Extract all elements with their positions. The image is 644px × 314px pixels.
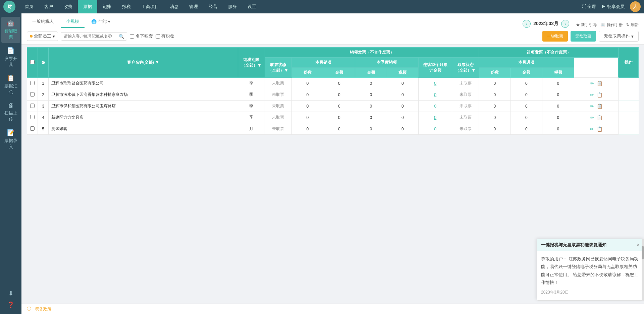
- diskless-invoice-button[interactable]: 无盘取票: [571, 31, 596, 42]
- tab-all[interactable]: 🌐 全能 ▾: [86, 16, 116, 28]
- sidebar-item-issue-invoice[interactable]: 📄 发票开具: [1, 44, 20, 70]
- nav-message[interactable]: 消息: [164, 0, 184, 13]
- row-checkbox[interactable]: [30, 104, 35, 108]
- filter-icon[interactable]: ▼: [284, 68, 288, 73]
- download-icon[interactable]: ⬇: [8, 290, 13, 297]
- detail-icon[interactable]: 📋: [597, 92, 602, 98]
- detail-icon[interactable]: 📋: [597, 115, 602, 120]
- vip-button[interactable]: ▶ 畅享会员: [601, 4, 625, 10]
- nav-bookkeeping[interactable]: 记账: [97, 0, 117, 13]
- nav-settings[interactable]: 设置: [242, 0, 262, 13]
- sales-month-shares-cell: 0: [291, 101, 323, 112]
- nav-home[interactable]: 首页: [19, 0, 39, 13]
- sub-tabs-bar: 一般纳税人 小规模 🌐 全能 ▾ ‹ 2023年02月 › ★ 新手引导: [21, 13, 644, 28]
- search-icon[interactable]: 🔍: [119, 34, 124, 39]
- tax-period-cell: 季: [238, 112, 265, 123]
- sales-status-cell: 未取票: [265, 78, 291, 89]
- new-user-guide-link[interactable]: ★ 新手引导: [576, 22, 597, 28]
- row-checkbox[interactable]: [30, 92, 35, 97]
- help-icon[interactable]: ❓: [7, 301, 14, 309]
- sales-quarter-amount-cell: 0: [355, 89, 387, 101]
- row-checkbox-cell[interactable]: [27, 112, 38, 123]
- nav-service[interactable]: 服务: [223, 0, 242, 13]
- chevron-down-icon: ▾: [108, 19, 110, 24]
- detail-icon[interactable]: 📋: [597, 126, 602, 132]
- search-box: 🔍: [61, 32, 127, 41]
- filter-dot: [30, 35, 33, 38]
- select-all-checkbox[interactable]: [30, 60, 35, 64]
- operation-manual-link[interactable]: 📖 操作手册: [600, 22, 623, 28]
- purchase-month-shares-cell: 0: [479, 78, 511, 89]
- edit-icon[interactable]: ✏: [590, 92, 594, 98]
- next-month-button[interactable]: ›: [561, 20, 569, 28]
- nav-invoice[interactable]: 票据: [78, 0, 97, 13]
- cumulative-12-cell[interactable]: 0: [419, 101, 452, 112]
- row-checkbox[interactable]: [30, 126, 35, 131]
- notification-scrollbar[interactable]: [642, 239, 644, 300]
- filter-icon[interactable]: ▼: [155, 60, 159, 65]
- row-index-cell: 5: [38, 123, 49, 135]
- checkbox-has-tax-disk-input[interactable]: [156, 34, 160, 39]
- row-checkbox-cell[interactable]: [27, 89, 38, 101]
- table-row: 5 测试账套 月 未取票 0 0 0 0 0 未取票 0 0 0 ✏ 📋: [27, 123, 639, 135]
- nav-client[interactable]: 客户: [39, 0, 58, 13]
- purchase-month-amount-cell: 0: [511, 78, 542, 89]
- sidebar-item-invoice-summary[interactable]: 📋 票据汇总: [1, 72, 20, 98]
- checkbox-under-account[interactable]: 名下账套: [130, 33, 153, 39]
- nav-fee[interactable]: 收费: [58, 0, 78, 13]
- sidebar-item-smart-invoice[interactable]: 🤖 智能取票: [1, 17, 20, 43]
- checkbox-under-account-input[interactable]: [130, 34, 134, 39]
- purchase-status-cell: 未取票: [452, 78, 479, 89]
- one-key-invoice-button[interactable]: 一键取票: [542, 31, 568, 42]
- edit-icon[interactable]: ✏: [590, 104, 594, 109]
- row-index-cell: 1: [38, 78, 49, 89]
- sales-quarter-amount-header: 金额: [355, 68, 387, 78]
- nav-manage[interactable]: 管理: [184, 0, 203, 13]
- sub-tabs-right-actions: ★ 新手引导 📖 操作手册 ↻ 刷新: [576, 22, 639, 28]
- purchase-month-shares-cell: 0: [479, 89, 511, 101]
- refresh-link[interactable]: ↻ 刷新: [626, 22, 639, 28]
- notification-close-button[interactable]: ×: [637, 242, 640, 248]
- detail-icon[interactable]: 📋: [597, 81, 602, 86]
- search-input[interactable]: [64, 34, 117, 39]
- sales-month-amount-cell: 0: [323, 101, 355, 112]
- cumulative-12-cell[interactable]: 0: [419, 89, 452, 101]
- table-row: 1 卫辉市玖玖健合医药有限公司 季 未取票 0 0 0 0 0 未取票 0 0 …: [27, 78, 639, 89]
- filter-icon[interactable]: ▼: [257, 63, 262, 68]
- purchase-status-header: 取票状态（全部）▼: [452, 58, 479, 78]
- edit-icon[interactable]: ✏: [590, 126, 594, 132]
- nav-tax[interactable]: 报税: [117, 0, 136, 13]
- settings-gear-icon[interactable]: ⚙: [41, 60, 45, 65]
- refresh-icon: ↻: [626, 22, 630, 27]
- tax-policy-link[interactable]: 税务政策: [35, 306, 51, 312]
- fullscreen-button[interactable]: ⛶ 全屏: [582, 4, 596, 10]
- client-name-cell: 卫辉市玖玖健合医药有限公司: [49, 78, 238, 89]
- prev-month-button[interactable]: ‹: [523, 20, 531, 28]
- detail-icon[interactable]: 📋: [597, 104, 602, 109]
- edit-icon[interactable]: ✏: [590, 115, 594, 120]
- employee-filter[interactable]: 全部员工 ▾: [27, 32, 58, 41]
- cumulative-12-cell[interactable]: 0: [419, 78, 452, 89]
- cumulative-12-cell[interactable]: 0: [419, 112, 452, 123]
- row-checkbox-cell[interactable]: [27, 78, 38, 89]
- filter-icon[interactable]: ▼: [471, 68, 476, 73]
- invoice-entry-icon: 📝: [7, 129, 14, 136]
- edit-icon[interactable]: ✏: [590, 81, 594, 86]
- row-checkbox[interactable]: [30, 115, 35, 119]
- diskless-invoice-operation-button[interactable]: 无盘取票操作 ▾: [599, 31, 639, 42]
- tab-general-taxpayer[interactable]: 一般纳税人: [27, 16, 59, 28]
- checkbox-has-tax-disk[interactable]: 有税盘: [156, 33, 174, 39]
- user-avatar[interactable]: 人: [630, 1, 641, 12]
- sidebar-item-scan-upload[interactable]: 🖨 扫描上传: [1, 99, 20, 125]
- sales-quarter-amount-cell: 0: [355, 78, 387, 89]
- nav-operation[interactable]: 经营: [203, 0, 223, 13]
- row-checkbox-cell[interactable]: [27, 101, 38, 112]
- sidebar-item-invoice-entry[interactable]: 📝 票据录入: [1, 126, 20, 152]
- tab-small-scale[interactable]: 小规模: [61, 16, 85, 28]
- nav-business[interactable]: 工商项目: [136, 0, 164, 13]
- row-checkbox[interactable]: [30, 81, 35, 85]
- cumulative-12-cell[interactable]: 0: [419, 123, 452, 135]
- purchase-month-tax-header: 税额: [542, 68, 574, 78]
- row-checkbox-cell[interactable]: [27, 123, 38, 135]
- action-cell: ✏ 📋: [574, 89, 618, 101]
